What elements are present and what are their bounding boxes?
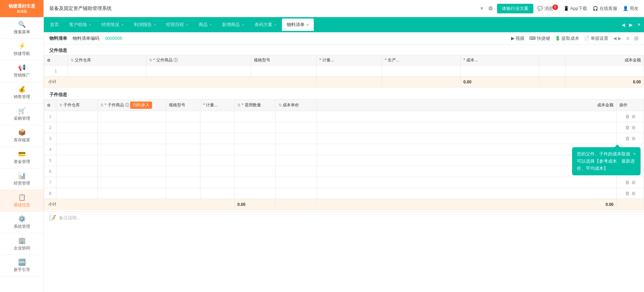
- child-unitcost-5[interactable]: [276, 155, 317, 166]
- parent-th-config[interactable]: ⚙: [44, 55, 68, 66]
- sidebar-item-finance[interactable]: 💳 资金管理: [0, 147, 44, 168]
- tab-close-all[interactable]: ×: [635, 22, 643, 28]
- child-unitcost-6[interactable]: [276, 166, 317, 177]
- app-download-btn[interactable]: 📱 App下载: [564, 5, 587, 12]
- tab-nav-prev[interactable]: ◀: [620, 22, 627, 27]
- child-qty-1[interactable]: [235, 111, 276, 122]
- tab-op-history-close[interactable]: ×: [186, 23, 188, 27]
- tab-nav-next[interactable]: ▶: [628, 22, 634, 27]
- tab-new-goods-close[interactable]: ×: [242, 23, 244, 27]
- child-unit-5[interactable]: [200, 155, 235, 166]
- settings-tool[interactable]: 📄 单据设置: [584, 35, 608, 42]
- tab-profit[interactable]: 利润报告 ×: [129, 19, 161, 31]
- breadcrumb-bom[interactable]: 物料清单: [49, 35, 67, 42]
- child-goods-2[interactable]: [98, 122, 166, 133]
- tab-goods[interactable]: 商品 ×: [194, 19, 216, 31]
- nav-left-icon[interactable]: ◀: [613, 36, 617, 41]
- parent-warehouse-cell[interactable]: [67, 66, 146, 77]
- tab-op-history[interactable]: 经营历程 ×: [161, 19, 193, 31]
- scan-btn[interactable]: 扫码录入: [130, 102, 152, 109]
- sidebar-item-corp[interactable]: 🏢 企业协同: [0, 233, 44, 255]
- child-unitcost-2[interactable]: [276, 122, 317, 133]
- child-goods-5[interactable]: [98, 155, 166, 166]
- cost-tool[interactable]: 💲 提取成本: [555, 35, 579, 42]
- copy-icon-3[interactable]: ⊞: [632, 136, 635, 141]
- child-warehouse-5[interactable]: [57, 155, 98, 166]
- tab-bom[interactable]: 物料清单 ×: [282, 19, 313, 31]
- sidebar-item-marketing[interactable]: 📢 营销推广: [0, 60, 44, 82]
- message-btn[interactable]: 💬 消息 6: [537, 5, 558, 12]
- tab-operation-status[interactable]: 经营情况 ×: [97, 19, 128, 31]
- tab-goods-close[interactable]: ×: [210, 23, 212, 27]
- tab-bom-close[interactable]: ×: [307, 23, 309, 27]
- child-unitcost-1[interactable]: [276, 111, 317, 122]
- child-goods-8[interactable]: [98, 188, 166, 199]
- grid-view-icon[interactable]: ≡: [626, 35, 629, 42]
- child-warehouse-7[interactable]: [57, 177, 98, 188]
- tab-profit-close[interactable]: ×: [154, 23, 156, 27]
- child-spec-8[interactable]: [166, 188, 200, 199]
- tab-barcode-close[interactable]: ×: [274, 23, 276, 27]
- child-spec-4[interactable]: [166, 144, 200, 155]
- sidebar-item-search[interactable]: 🔍 搜索菜单: [0, 17, 44, 39]
- delete-icon-7[interactable]: 🗑: [625, 180, 630, 185]
- child-unit-6[interactable]: [200, 166, 235, 177]
- parent-produce-cell[interactable]: [382, 66, 460, 77]
- delete-icon-2[interactable]: 🗑: [625, 125, 630, 130]
- sidebar-item-system[interactable]: ⚙️ 系统管理: [0, 212, 44, 233]
- child-goods-7[interactable]: [98, 177, 166, 188]
- online-service-btn[interactable]: 🎧 在线客服: [593, 5, 617, 12]
- child-warehouse-2[interactable]: [57, 122, 98, 133]
- delete-icon-8[interactable]: 🗑: [625, 191, 630, 196]
- settings-icon[interactable]: ⚙: [488, 5, 493, 12]
- delete-icon-3[interactable]: 🗑: [625, 136, 630, 141]
- shortcut-tool[interactable]: ⌨ 快捷键: [529, 35, 550, 42]
- child-goods-4[interactable]: [98, 144, 166, 155]
- sidebar-item-quick-nav[interactable]: ⚡ 快捷导航: [0, 39, 44, 60]
- child-spec-1[interactable]: [166, 111, 200, 122]
- sidebar-item-purchase[interactable]: 🛒 采购管理: [0, 104, 44, 125]
- child-spec-6[interactable]: [166, 166, 200, 177]
- tab-home[interactable]: 首页: [45, 19, 64, 31]
- child-unit-7[interactable]: [200, 177, 235, 188]
- child-unit-4[interactable]: [200, 144, 235, 155]
- child-spec-7[interactable]: [166, 177, 200, 188]
- child-qty-6[interactable]: [235, 166, 276, 177]
- parent-unit-cell[interactable]: [317, 66, 382, 77]
- sidebar-item-guide[interactable]: 🆕 新手引导: [0, 255, 44, 277]
- child-unitcost-4[interactable]: [276, 144, 317, 155]
- experience-btn[interactable]: 体验行业方案: [497, 4, 533, 13]
- nav-right-icon[interactable]: ▶: [618, 36, 621, 41]
- child-qty-4[interactable]: [235, 144, 276, 155]
- dropdown-arrow[interactable]: ▼: [480, 6, 484, 11]
- tab-operation-status-close[interactable]: ×: [121, 23, 123, 27]
- tab-customer[interactable]: 客户联络 ×: [64, 19, 96, 31]
- sidebar-item-inventory[interactable]: 📦 库存核算: [0, 125, 44, 147]
- child-unitcost-3[interactable]: [276, 133, 317, 144]
- child-qty-8[interactable]: [235, 188, 276, 199]
- sidebar-item-operation[interactable]: 📊 经营管理: [0, 168, 44, 190]
- child-warehouse-3[interactable]: [57, 133, 98, 144]
- sidebar-item-basic[interactable]: 📋 基础信息: [0, 190, 44, 212]
- child-unit-8[interactable]: [200, 188, 235, 199]
- view-tool[interactable]: ▶ 视频: [511, 35, 524, 42]
- copy-icon-8[interactable]: ⊞: [632, 191, 635, 196]
- child-warehouse-8[interactable]: [57, 188, 98, 199]
- child-qty-7[interactable]: [235, 177, 276, 188]
- copy-icon-7[interactable]: ⊞: [632, 180, 635, 185]
- child-qty-2[interactable]: [235, 122, 276, 133]
- child-spec-3[interactable]: [166, 133, 200, 144]
- copy-icon-2[interactable]: ⊞: [632, 125, 635, 130]
- child-goods-6[interactable]: [98, 166, 166, 177]
- child-warehouse-6[interactable]: [57, 166, 98, 177]
- child-qty-3[interactable]: [235, 133, 276, 144]
- tab-customer-close[interactable]: ×: [89, 23, 91, 27]
- tab-new-goods[interactable]: 新增商品 ×: [217, 19, 249, 31]
- tooltip-close-btn[interactable]: ×: [633, 151, 636, 158]
- child-spec-2[interactable]: [166, 122, 200, 133]
- expand-icon[interactable]: ⊞: [634, 35, 639, 42]
- child-unit-1[interactable]: [200, 111, 235, 122]
- child-unit-2[interactable]: [200, 122, 235, 133]
- delete-icon-1[interactable]: 🗑: [625, 114, 630, 119]
- child-goods-1[interactable]: [98, 111, 166, 122]
